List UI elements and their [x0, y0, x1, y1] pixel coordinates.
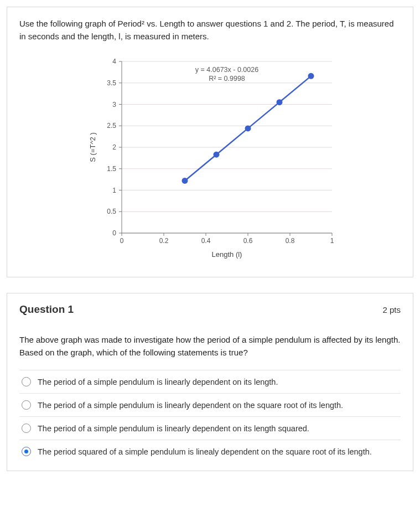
question-points: 2 pts [382, 305, 401, 314]
option-label-1: The period of a simple pendulum is linea… [38, 401, 343, 410]
x-ticks: 00.20.40.60.81 [120, 233, 334, 245]
option-radio-3[interactable] [22, 447, 31, 456]
question-title: Question 1 [19, 303, 74, 316]
y-tick-label: 0.5 [107, 208, 116, 215]
x-tick-label: 1 [330, 237, 334, 245]
option-row-0[interactable]: The period of a simple pendulum is linea… [19, 370, 401, 393]
period-vs-length-chart: 00.511.522.533.5400.20.40.60.81Length (l… [77, 53, 343, 264]
option-row-2[interactable]: The period of a simple pendulum is linea… [19, 416, 401, 440]
data-point [276, 99, 282, 105]
option-row-3[interactable]: The period squared of a simple pendulum … [19, 440, 401, 457]
option-row-1[interactable]: The period of a simple pendulum is linea… [19, 393, 401, 416]
y-tick-label: 3.5 [107, 79, 116, 86]
context-instruction: Use the following graph of Period² vs. L… [19, 17, 401, 43]
data-point [182, 177, 188, 183]
y-tick-label: 2 [112, 143, 116, 151]
data-point [245, 125, 251, 131]
x-axis-label: Length (l) [211, 250, 242, 259]
y-tick-label: 1.5 [107, 164, 116, 172]
x-tick-label: 0.8 [285, 237, 294, 245]
question-panel: Question 1 2 pts The above graph was mad… [7, 293, 413, 472]
x-tick-label: 0 [120, 237, 123, 245]
option-label-3: The period squared of a simple pendulum … [38, 447, 372, 456]
y-ticks: 00.511.522.533.54 [107, 58, 122, 237]
option-radio-1[interactable] [22, 400, 31, 410]
question-header: Question 1 2 pts [19, 303, 401, 323]
y-axis-label: S (=T^2 ) [89, 132, 97, 162]
question-body: The above graph was made to investigate … [19, 333, 401, 359]
trend-r2: R² = 0.9998 [209, 74, 245, 82]
grid [122, 61, 332, 233]
data-point [213, 151, 219, 157]
option-label-0: The period of a simple pendulum is linea… [38, 378, 278, 386]
y-tick-label: 3 [112, 100, 116, 108]
y-tick-label: 2.5 [107, 122, 116, 130]
y-tick-label: 0 [112, 229, 116, 237]
x-tick-label: 0.6 [243, 237, 252, 245]
chart-container: 00.511.522.533.5400.20.40.60.81Length (l… [19, 53, 401, 264]
x-tick-label: 0.2 [159, 237, 168, 245]
options-list: The period of a simple pendulum is linea… [19, 370, 401, 457]
y-tick-label: 4 [112, 58, 116, 65]
trend-equation: y = 4.0673x - 0.0026 [195, 66, 258, 74]
option-radio-0[interactable] [22, 377, 31, 386]
context-panel: Use the following graph of Period² vs. L… [7, 7, 413, 277]
x-tick-label: 0.4 [201, 237, 210, 245]
trend-annotation: y = 4.0673x - 0.0026R² = 0.9998 [195, 66, 258, 82]
data-point [308, 73, 314, 79]
option-radio-2[interactable] [22, 424, 31, 433]
y-tick-label: 1 [112, 186, 116, 194]
option-label-2: The period of a simple pendulum is linea… [38, 424, 309, 433]
